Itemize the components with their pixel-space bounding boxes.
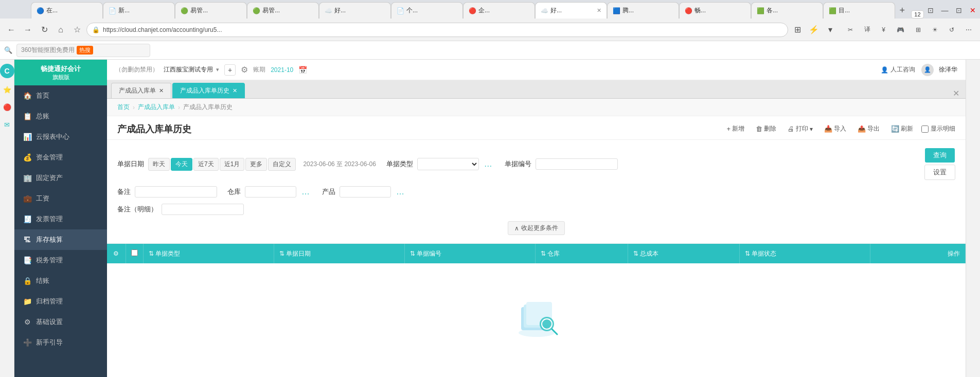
back-button[interactable]: ← xyxy=(4,23,19,37)
type-filter-select[interactable] xyxy=(417,158,479,170)
browser-tab-8[interactable]: ☁️ 好... ✕ xyxy=(535,2,607,19)
browser-tab-5[interactable]: ☁️ 好... xyxy=(319,2,391,19)
search-input-wrap[interactable]: 360智能抠图免费用 热搜 xyxy=(16,44,150,57)
refresh-action-btn[interactable]: 🔄 刷新 xyxy=(888,122,916,135)
sidebar-item-funds[interactable]: 💰 资金管理 xyxy=(14,147,107,168)
sidebar-item-closing[interactable]: 🔒 结账 xyxy=(14,271,107,291)
calendar-icon[interactable]: 📅 xyxy=(298,66,307,74)
table-col-status[interactable]: ⇅ 单据状态 xyxy=(739,244,870,263)
browser-tab-1[interactable]: 🔵 在... xyxy=(31,2,103,19)
date-btn-today[interactable]: 今天 xyxy=(171,158,192,171)
table-col-number[interactable]: ⇅ 单据编号 xyxy=(404,244,535,263)
sidebar-item-tax[interactable]: 📑 税务管理 xyxy=(14,250,107,271)
sidebar-star-icon[interactable]: ⭐ xyxy=(1,83,13,96)
tab-8-close[interactable]: ✕ xyxy=(597,7,601,14)
home-button[interactable]: ⌂ xyxy=(54,23,68,37)
sidebar-item-ledger[interactable]: 📋 总账 xyxy=(14,106,107,127)
currency-btn[interactable]: ¥ xyxy=(878,23,889,37)
query-button[interactable]: 查询 xyxy=(925,148,955,163)
sidebar-item-archive[interactable]: 📁 归档管理 xyxy=(14,291,107,312)
print-action-btn[interactable]: 🖨 打印 ▾ xyxy=(785,122,816,135)
product-more-dots[interactable]: … xyxy=(396,187,404,196)
user-profile[interactable]: 👤 徐泽华 xyxy=(921,64,957,76)
content-tab-history[interactable]: 产成品入库单历史 ✕ xyxy=(172,83,245,98)
table-col-warehouse[interactable]: ⇅ 仓库 xyxy=(535,244,628,263)
sidebar-item-home[interactable]: 🏠 首页 xyxy=(14,85,107,106)
detail-remark-filter-input[interactable] xyxy=(162,204,244,215)
date-btn-1month[interactable]: 近1月 xyxy=(220,158,245,171)
browser-tab-7[interactable]: 🔴 企... xyxy=(463,2,535,19)
type-more-dots[interactable]: … xyxy=(484,159,492,169)
browser-tab-4[interactable]: 🟢 易管... xyxy=(247,2,319,19)
gear-col-icon[interactable]: ⚙ xyxy=(113,250,119,257)
date-btn-more[interactable]: 更多 xyxy=(245,158,267,171)
warehouse-more-dots[interactable]: … xyxy=(301,187,310,196)
account-selector[interactable]: 江西服宝测试专用 ▾ xyxy=(164,65,219,74)
sidebar-item-payroll[interactable]: 💼 工资 xyxy=(14,188,107,209)
date-btn-7days[interactable]: 近7天 xyxy=(193,158,219,171)
app-logo[interactable]: C xyxy=(0,64,14,78)
apps-btn[interactable]: ⊞ xyxy=(912,23,925,37)
ai-consult-btn[interactable]: 👤 人工咨询 xyxy=(881,65,915,74)
window-minimize[interactable]: — xyxy=(938,2,952,19)
table-col-total-cost[interactable]: ⇅ 总成本 xyxy=(628,244,739,263)
bookmark-button[interactable]: ☆ xyxy=(70,23,84,37)
number-filter-input[interactable] xyxy=(536,158,618,170)
window-close[interactable]: ✕ xyxy=(966,2,980,19)
delete-action-btn[interactable]: 🗑 删除 xyxy=(753,122,779,135)
scissors-btn[interactable]: ✂ xyxy=(844,23,857,37)
sidebar-item-reports[interactable]: 📊 云报表中心 xyxy=(14,127,107,147)
setting-button[interactable]: 设置 xyxy=(924,165,955,180)
dropdown-icon[interactable]: ▾ xyxy=(823,23,838,37)
sidebar-item-fixed-assets[interactable]: 🏢 固定资产 xyxy=(14,168,107,188)
sidebar-weibo-icon[interactable]: 🔴 xyxy=(1,101,13,113)
translate-btn[interactable]: 译 xyxy=(860,23,875,37)
warehouse-filter-input[interactable] xyxy=(245,186,296,198)
remark-filter-input[interactable] xyxy=(135,186,217,198)
sidebar-item-inventory[interactable]: 🏗 库存核算 xyxy=(14,229,107,250)
close-panel-btn[interactable]: ✕ xyxy=(951,88,961,98)
new-tab-button[interactable]: + xyxy=(895,2,909,19)
browser-tab-11[interactable]: 🟩 各... xyxy=(751,2,823,19)
date-btn-yesterday[interactable]: 昨天 xyxy=(148,158,170,171)
lightning-icon[interactable]: ⚡ xyxy=(807,23,821,37)
sidebar-item-settings[interactable]: ⚙ 基础设置 xyxy=(14,312,107,332)
table-col-type[interactable]: ⇅ 单据类型 xyxy=(143,244,274,263)
table-col-date[interactable]: ⇅ 单据日期 xyxy=(274,244,404,263)
breadcrumb-list[interactable]: 产成品入库单 xyxy=(138,103,175,112)
date-btn-custom[interactable]: 自定义 xyxy=(268,158,296,171)
forward-button[interactable]: → xyxy=(21,23,35,37)
content-tab-history-close[interactable]: ✕ xyxy=(233,87,237,94)
window-restore[interactable]: ⊡ xyxy=(924,2,938,19)
sidebar-item-invoice[interactable]: 🧾 发票管理 xyxy=(14,209,107,229)
browser-tab-9[interactable]: 🟦 腾... xyxy=(607,2,679,19)
show-detail-checkbox[interactable] xyxy=(921,125,929,133)
theme-btn[interactable]: ☀ xyxy=(928,23,942,37)
grid-icon[interactable]: ⊞ xyxy=(790,23,805,37)
print-dropdown-icon[interactable]: ▾ xyxy=(810,125,813,133)
content-tab-list-close[interactable]: ✕ xyxy=(159,87,164,94)
content-tab-list[interactable]: 产成品入库单 ✕ xyxy=(111,83,171,98)
undo-btn[interactable]: ↺ xyxy=(945,23,958,37)
table-col-check[interactable] xyxy=(126,244,143,263)
browser-tab-6[interactable]: 📄 个... xyxy=(391,2,463,19)
settings-gear-btn[interactable]: ⚙ xyxy=(241,65,248,75)
table-col-gear[interactable]: ⚙ xyxy=(107,244,126,263)
sidebar-item-guide[interactable]: ➕ 新手引导 xyxy=(14,332,107,353)
address-bar[interactable]: 🔒 https://cloud.chanjet.com/accounting/u… xyxy=(86,23,788,37)
table-select-all[interactable] xyxy=(131,249,138,256)
product-filter-input[interactable] xyxy=(340,186,391,198)
add-action-btn[interactable]: + 新增 xyxy=(723,122,747,135)
collapse-filter-btn[interactable]: ∧ 收起更多条件 xyxy=(508,221,565,235)
import-action-btn[interactable]: 📥 导入 xyxy=(821,122,849,135)
export-action-btn[interactable]: 📤 导出 xyxy=(854,122,883,135)
sidebar-mail-icon[interactable]: ✉ xyxy=(1,118,13,131)
add-company-btn[interactable]: + xyxy=(224,64,236,76)
browser-tab-12[interactable]: 🟩 目... xyxy=(823,2,895,19)
refresh-button[interactable]: ↻ xyxy=(37,23,51,37)
window-maximize[interactable]: ⊡ xyxy=(952,2,966,19)
browser-tab-2[interactable]: 📄 新... xyxy=(103,2,175,19)
game-btn[interactable]: 🎮 xyxy=(893,23,908,37)
browser-tab-3[interactable]: 🟢 易管... xyxy=(175,2,247,19)
breadcrumb-home[interactable]: 首页 xyxy=(117,103,130,112)
